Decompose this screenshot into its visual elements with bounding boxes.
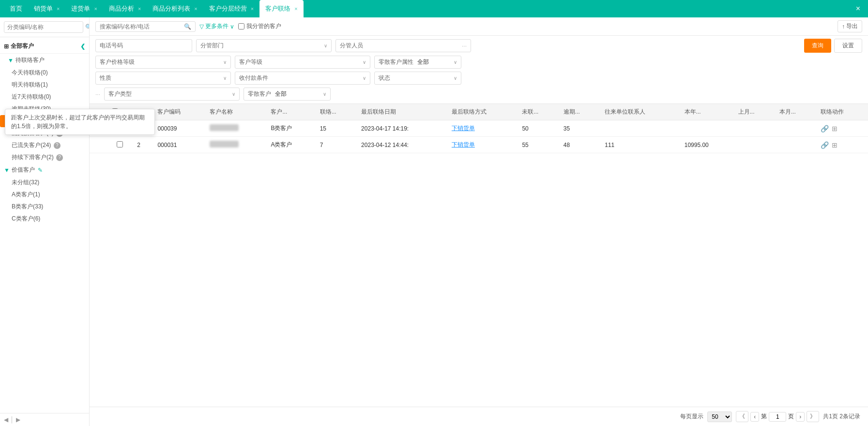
- row-checkbox[interactable]: [117, 141, 123, 147]
- filter-conditions: 电话号码 分管部门 ∨ 分管人员 ··· 查询 设置 客户价格等级: [90, 36, 868, 104]
- nav-customer-contact-close[interactable]: ×: [294, 0, 297, 17]
- nav-product-analysis[interactable]: 商品分析 ×: [103, 0, 147, 17]
- search-icon[interactable]: 🔍: [184, 23, 191, 30]
- query-button[interactable]: 查询: [804, 39, 831, 53]
- column-type: 客户...: [266, 104, 315, 120]
- nav-close-all[interactable]: ×: [852, 4, 864, 13]
- filter-retail-attr[interactable]: 零散客户属性 全部 ∨: [374, 56, 461, 69]
- table-header-row: ⚙ # 客户编码 客户名称 客户... 联络... 最后联络日期 最后联络方式 …: [90, 104, 868, 120]
- action-link-icon[interactable]: 🔗: [821, 125, 829, 132]
- row-contact: 15: [315, 120, 356, 137]
- page-first-btn[interactable]: 《: [736, 411, 748, 422]
- sidebar-section-pending[interactable]: ▼ 待联络客户: [0, 54, 89, 67]
- action-link-icon[interactable]: 🔗: [821, 141, 829, 149]
- row-last-date: 2023-04-17 14:19:: [356, 120, 447, 137]
- filter-price-level[interactable]: 客户价格等级 ∨: [95, 56, 231, 69]
- row-action: 🔗 ⊞: [816, 120, 868, 137]
- action-grid-icon[interactable]: ⊞: [832, 141, 838, 149]
- chevron-down-icon8: ∨: [454, 75, 457, 81]
- filter-more-btn[interactable]: ▽ 更多条件 ∨: [199, 22, 234, 30]
- chevron-down-icon: ∨: [230, 23, 234, 30]
- sidebar-item-declining[interactable]: 持续下滑客户(2) ?: [0, 151, 89, 163]
- pagination: 每页显示 50 20 100 《 ‹ 第 页 › 》 共1页 2条记录: [90, 407, 868, 426]
- chevron-down-icon3: ∨: [223, 59, 227, 65]
- sidebar-item-ungrouped[interactable]: 未分组(32): [0, 176, 89, 189]
- nav-customer-contact[interactable]: 客户联络 ×: [259, 0, 303, 17]
- sidebar-search-icon[interactable]: 🔍: [85, 24, 90, 30]
- filter-status[interactable]: 状态 ∨: [374, 72, 461, 85]
- grid-icon: ⊞: [4, 43, 9, 50]
- filter-dept[interactable]: 分管部门 ∨: [196, 39, 332, 52]
- page-input[interactable]: [769, 412, 786, 422]
- sidebar-search-input[interactable]: [4, 21, 83, 33]
- info-icon4: ?: [56, 154, 63, 161]
- nav-home[interactable]: 首页: [4, 0, 28, 17]
- page-size-select[interactable]: 50 20 100: [707, 411, 732, 422]
- page-prev-btn[interactable]: ‹: [750, 412, 759, 422]
- sidebar-item-c-class[interactable]: C类客户(6): [0, 213, 89, 225]
- nav-sales-close[interactable]: ×: [57, 0, 60, 17]
- nav-customer-layers[interactable]: 客户分层经营 ×: [203, 0, 259, 17]
- sidebar-item-b-class[interactable]: B类客户(33): [0, 201, 89, 213]
- row-unit-contact: 111: [600, 137, 679, 153]
- nav-product-analysis-close[interactable]: ×: [138, 0, 141, 17]
- chevron-down-icon7: ∨: [363, 75, 366, 81]
- search-input[interactable]: [100, 23, 182, 30]
- page-last-btn[interactable]: 》: [807, 411, 819, 422]
- column-code: 客户编码: [152, 104, 205, 120]
- row-type: A类客户: [266, 137, 315, 153]
- nav-purchase[interactable]: 进货单 ×: [65, 0, 103, 17]
- my-customers-check[interactable]: [238, 23, 244, 29]
- sidebar-item-churned[interactable]: 已流失客户(24) ?: [0, 139, 89, 151]
- row-type: B类客户: [266, 120, 315, 137]
- filter-gender[interactable]: 性质 ∨: [95, 72, 231, 85]
- column-unit-contact: 往来单位联系人: [600, 104, 679, 120]
- row-action: 🔗 ⊞: [816, 137, 868, 153]
- nav-customer-layers-close[interactable]: ×: [251, 0, 254, 17]
- row-name: [205, 137, 266, 153]
- content-area: 🔍 ▽ 更多条件 ∨ 我分管的客户 ↑ 导出 电话号码: [90, 17, 868, 426]
- row-contact: 7: [315, 137, 356, 153]
- filter-row-4: ··· 客户类型 ∨ 零散客户 全部 ∨: [95, 88, 862, 101]
- filter-customer-type[interactable]: 客户类型 ∨: [104, 88, 240, 101]
- edit-icon[interactable]: ✎: [38, 167, 43, 174]
- sidebar-item-today[interactable]: 今天待联络(0): [0, 67, 89, 79]
- column-action: 联络动作: [816, 104, 868, 120]
- table-area: ⚙ # 客户编码 客户名称 客户... 联络... 最后联络日期 最后联络方式 …: [90, 104, 868, 407]
- nav-product-analysis-list[interactable]: 商品分析列表 ×: [147, 0, 203, 17]
- filter-actions: 查询 设置: [804, 39, 862, 53]
- filter-retail-customer[interactable]: 零散客户 全部 ∨: [244, 88, 331, 101]
- sidebar-collapse-icon[interactable]: ❮: [80, 43, 85, 50]
- sidebar-content: ⊞ 全部客户 ❮ ▼ 待联络客户 今天待联络(0) 明天待联络(1) 近7天待联…: [0, 37, 89, 413]
- setting-button[interactable]: 设置: [834, 39, 862, 53]
- sidebar-section-value[interactable]: ▼ 价值客户 ✎: [0, 163, 89, 176]
- my-customers-checkbox[interactable]: 我分管的客户: [238, 22, 281, 30]
- left-arrow-icon[interactable]: ◀: [4, 416, 8, 423]
- nav-sales[interactable]: 销货单 ×: [28, 0, 65, 17]
- chevron-down-icon4: ∨: [363, 59, 366, 65]
- sidebar-footer: ◀ │ ▶: [0, 413, 89, 426]
- tooltip-box: 距客户上次交易时长，超过了此客户的平均交易周期的1.5倍，则视为异常。: [5, 109, 155, 135]
- filter-manager[interactable]: 分管人员 ···: [335, 39, 471, 52]
- search-box: 🔍: [95, 21, 196, 32]
- sidebar-item-tomorrow[interactable]: 明天待联络(1): [0, 79, 89, 91]
- chevron-down-icon5: ∨: [454, 59, 457, 65]
- nav-purchase-close[interactable]: ×: [94, 0, 97, 17]
- row-this-month: [775, 120, 816, 137]
- arrow-down-icon: ▼: [8, 57, 14, 64]
- ellipsis-btn[interactable]: ···: [95, 91, 100, 98]
- nav-product-analysis-list-close[interactable]: ×: [194, 0, 197, 17]
- chevron-down-icon6: ∨: [223, 75, 227, 81]
- filter-payment[interactable]: 收付款条件 ∨: [235, 72, 370, 85]
- action-grid-icon[interactable]: ⊞: [832, 125, 838, 132]
- filter-phone[interactable]: 电话号码: [95, 39, 192, 52]
- export-button[interactable]: ↑ 导出: [838, 20, 862, 32]
- filter-customer-level[interactable]: 客户等级 ∨: [235, 56, 370, 69]
- sidebar-item-a-class[interactable]: A类客户(1): [0, 189, 89, 201]
- sidebar-item-7days[interactable]: 近7天待联络(0): [0, 91, 89, 103]
- table-body: 1 000039 B类客户 15 2023-04-17 14:19: 下销货单 …: [90, 120, 868, 153]
- page-next-btn[interactable]: ›: [796, 412, 805, 422]
- column-last-way: 最后联络方式: [447, 104, 518, 120]
- row-last-month: [733, 137, 775, 153]
- right-arrow-icon[interactable]: ▶: [16, 416, 20, 423]
